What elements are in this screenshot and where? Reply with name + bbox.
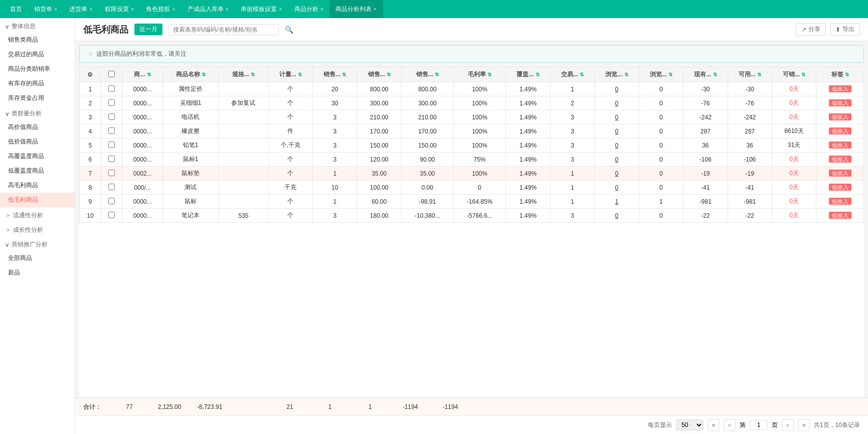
- sidebar-item-low-coverage[interactable]: 低覆盖度商品: [0, 164, 75, 178]
- col-code[interactable]: 商... ⇅: [122, 67, 163, 82]
- col-coverage[interactable]: 覆盖... ⇅: [506, 67, 550, 82]
- settings-icon[interactable]: ⚙: [87, 71, 93, 78]
- row-check[interactable]: [108, 170, 115, 176]
- sidebar-item-new-products[interactable]: 新品: [0, 265, 75, 280]
- view1-link[interactable]: 0: [615, 86, 619, 93]
- close-icon[interactable]: ×: [374, 6, 377, 12]
- row-check[interactable]: [108, 141, 115, 148]
- row-check[interactable]: [108, 85, 115, 92]
- sidebar-item-high-margin[interactable]: 高毛利商品: [0, 178, 75, 193]
- view1-link[interactable]: 1: [615, 198, 619, 205]
- row-view1[interactable]: 0: [595, 153, 639, 167]
- row-checkbox[interactable]: [101, 82, 122, 96]
- sidebar-item-in-stock[interactable]: 有库存的商品: [0, 76, 75, 91]
- col-sales-qty[interactable]: 销售... ⇅: [313, 67, 357, 82]
- row-checkbox[interactable]: [101, 124, 122, 138]
- row-checkbox[interactable]: [101, 209, 122, 223]
- nav-template-settings[interactable]: 单据模板设置 ×: [235, 0, 288, 18]
- row-view1[interactable]: 0: [595, 138, 639, 153]
- row-check[interactable]: [108, 212, 115, 218]
- col-name[interactable]: 商品名称 ⇅: [163, 67, 219, 82]
- col-tag[interactable]: 标签 ⇅: [816, 67, 864, 82]
- sidebar-item-low-margin[interactable]: 低毛利商品: [0, 193, 75, 207]
- select-all-checkbox[interactable]: [108, 71, 115, 77]
- close-icon[interactable]: ×: [131, 6, 134, 12]
- close-icon[interactable]: ×: [320, 6, 323, 12]
- row-check[interactable]: [108, 113, 115, 120]
- col-unit[interactable]: 计量... ⇅: [268, 67, 312, 82]
- nav-product-analysis-list[interactable]: 商品分析列表 ×: [329, 0, 383, 18]
- view1-link[interactable]: 0: [615, 156, 619, 163]
- sidebar-item-low-value[interactable]: 低价值商品: [0, 134, 75, 149]
- row-check[interactable]: [108, 198, 115, 204]
- view1-link[interactable]: 0: [615, 184, 619, 191]
- nav-product-analysis[interactable]: 商品分析 ×: [288, 0, 329, 18]
- row-view1[interactable]: 0: [595, 209, 639, 223]
- row-view1[interactable]: 0: [595, 181, 639, 195]
- page-input[interactable]: [750, 420, 768, 430]
- next-page-button[interactable]: ＞: [782, 419, 794, 431]
- prev-page-button[interactable]: ＜: [724, 419, 736, 431]
- last-page-button[interactable]: »: [798, 419, 810, 431]
- col-transaction[interactable]: 交易... ⇅: [550, 67, 594, 82]
- view1-link[interactable]: 0: [615, 170, 619, 177]
- search-input[interactable]: [168, 24, 279, 35]
- first-page-button[interactable]: «: [708, 419, 720, 431]
- nav-home[interactable]: 首页: [4, 0, 28, 18]
- row-checkbox[interactable]: [101, 110, 122, 124]
- col-available[interactable]: 可用... ⇅: [728, 67, 772, 82]
- search-button[interactable]: 🔍: [285, 26, 293, 34]
- row-check[interactable]: [108, 99, 115, 106]
- col-settings[interactable]: ⚙: [80, 67, 101, 82]
- row-checkbox[interactable]: [101, 181, 122, 195]
- row-check[interactable]: [108, 127, 115, 134]
- col-sales-price[interactable]: 销售... ⇅: [357, 67, 401, 82]
- view1-link[interactable]: 0: [615, 212, 619, 219]
- nav-sales-order[interactable]: 销货单 ×: [28, 0, 63, 18]
- row-view1[interactable]: 0: [595, 124, 639, 138]
- sidebar-item-all-products[interactable]: 全部商品: [0, 251, 75, 265]
- sidebar-item-stock-capital[interactable]: 库存资金占用: [0, 91, 75, 105]
- close-icon[interactable]: ×: [226, 6, 229, 12]
- row-checkbox[interactable]: [101, 96, 122, 110]
- sidebar-item-high-value[interactable]: 高价值商品: [0, 120, 75, 134]
- sidebar-item-high-coverage[interactable]: 高覆盖度商品: [0, 149, 75, 164]
- col-checkbox[interactable]: [101, 67, 122, 82]
- row-view1[interactable]: 0: [595, 96, 639, 110]
- close-icon[interactable]: ×: [89, 6, 92, 12]
- sidebar-item-traded-products[interactable]: 交易过的商品: [0, 47, 75, 62]
- sidebar-group-marketing[interactable]: ∨ 营销推广分析: [0, 236, 75, 251]
- nav-purchase-order[interactable]: 进货单 ×: [63, 0, 98, 18]
- row-view1[interactable]: 0: [595, 167, 639, 181]
- row-checkbox[interactable]: [101, 167, 122, 181]
- nav-permissions[interactable]: 权限设置 ×: [99, 0, 140, 18]
- col-current[interactable]: 现有... ⇅: [683, 67, 728, 82]
- row-check[interactable]: [108, 156, 115, 162]
- close-icon[interactable]: ×: [54, 6, 57, 12]
- row-view1[interactable]: 1: [595, 195, 639, 209]
- close-icon[interactable]: ×: [172, 6, 175, 12]
- row-view1[interactable]: 0: [595, 110, 639, 124]
- export-button[interactable]: ⬆ 导出: [830, 23, 860, 36]
- close-icon[interactable]: ×: [279, 6, 282, 12]
- sidebar-item-sales-products[interactable]: 销售类商品: [0, 33, 75, 47]
- row-checkbox[interactable]: [101, 138, 122, 153]
- sidebar-group-overview[interactable]: ∨ 整体信息: [0, 18, 75, 33]
- col-gross-rate[interactable]: 毛利率 ⇅: [453, 67, 506, 82]
- col-view2[interactable]: 浏览... ⇅: [639, 67, 683, 82]
- row-view1[interactable]: 0: [595, 82, 639, 96]
- date-filter-button[interactable]: 近一月: [134, 24, 162, 35]
- view1-link[interactable]: 0: [615, 128, 619, 135]
- view1-link[interactable]: 0: [615, 100, 619, 107]
- sidebar-group-growth[interactable]: ＞ 成长性分析: [0, 222, 75, 236]
- row-checkbox[interactable]: [101, 195, 122, 209]
- sidebar-item-category-rate[interactable]: 商品分类助销率: [0, 62, 75, 76]
- row-check[interactable]: [108, 184, 115, 190]
- sidebar-group-liquidity[interactable]: ＞ 流通性分析: [0, 207, 75, 222]
- col-sales-profit[interactable]: 销售... ⇅: [401, 67, 453, 82]
- row-checkbox[interactable]: [101, 153, 122, 167]
- share-button[interactable]: ↗ 分享: [796, 23, 826, 36]
- view1-link[interactable]: 0: [615, 114, 619, 121]
- col-saleable[interactable]: 可销... ⇅: [772, 67, 816, 82]
- sidebar-group-cluster[interactable]: ∨ 类群量分析: [0, 105, 75, 120]
